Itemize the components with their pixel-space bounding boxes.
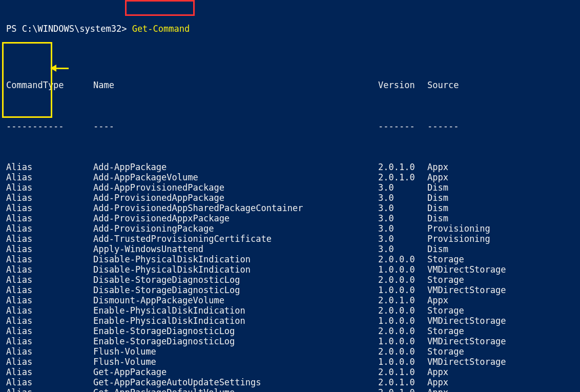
cell-commandtype: Alias [6, 264, 93, 275]
cell-name: Get-AppPackageAutoUpdateSettings [93, 377, 378, 387]
cell-commandtype: Alias [6, 377, 93, 387]
cell-commandtype: Alias [6, 387, 93, 392]
table-row: AliasDisable-PhysicalDiskIndication2.0.0… [6, 254, 506, 264]
cell-name: Get-AppPackage [93, 367, 378, 377]
cell-version: 1.0.0.0 [378, 316, 427, 326]
cell-version: 2.0.1.0 [378, 387, 427, 392]
cell-version: 1.0.0.0 [378, 357, 427, 367]
header-version: Version [378, 80, 427, 90]
table-header: CommandTypeNameVersionSource [6, 80, 506, 90]
cell-source: VMDirectStorage [427, 316, 506, 326]
table-row: AliasAdd-TrustedProvisioningCertificate3… [6, 234, 506, 244]
cell-source: VMDirectStorage [427, 264, 506, 275]
cell-version: 2.0.1.0 [378, 295, 427, 305]
cell-commandtype: Alias [6, 316, 93, 326]
table-row: AliasEnable-PhysicalDiskIndication1.0.0.… [6, 316, 506, 326]
cell-source: Dism [427, 244, 448, 254]
table-row: AliasFlush-Volume1.0.0.0VMDirectStorage [6, 357, 506, 367]
table-body: AliasAdd-AppPackage2.0.1.0AppxAliasAdd-A… [6, 162, 506, 392]
cell-commandtype: Alias [6, 305, 93, 316]
table-row: AliasFlush-Volume2.0.0.0Storage [6, 346, 506, 357]
cell-name: Disable-PhysicalDiskIndication [93, 264, 378, 275]
annotation-red-box [125, 0, 195, 16]
cell-version: 1.0.0.0 [378, 264, 427, 275]
table-separator: ---------------------------- [6, 121, 506, 131]
table-row: AliasEnable-StorageDiagnosticLog2.0.0.0S… [6, 326, 506, 336]
table-row: AliasGet-AppPackage2.0.1.0Appx [6, 367, 506, 377]
cell-name: Flush-Volume [93, 357, 378, 367]
cell-commandtype: Alias [6, 275, 93, 285]
cell-version: 2.0.0.0 [378, 275, 427, 285]
cell-source: Storage [427, 254, 464, 264]
table-row: AliasDismount-AppPackageVolume2.0.1.0App… [6, 295, 506, 305]
table-row: AliasEnable-PhysicalDiskIndication2.0.0.… [6, 305, 506, 316]
cell-commandtype: Alias [6, 162, 93, 172]
cell-source: VMDirectStorage [427, 357, 506, 367]
cell-version: 2.0.0.0 [378, 305, 427, 316]
annotation-yellow-box [2, 42, 52, 118]
table-row: AliasDisable-StorageDiagnosticLog1.0.0.0… [6, 285, 506, 295]
cell-version: 2.0.0.0 [378, 254, 427, 264]
cell-source: Dism [427, 193, 448, 203]
cell-version: 1.0.0.0 [378, 336, 427, 346]
cell-commandtype: Alias [6, 357, 93, 367]
cell-name: Enable-StorageDiagnosticLog [93, 326, 378, 336]
cell-name: Flush-Volume [93, 346, 378, 357]
cell-name: Add-ProvisionedAppPackage [93, 193, 378, 203]
cell-source: Appx [427, 367, 448, 377]
cell-source: Appx [427, 172, 448, 182]
table-row: AliasGet-AppPackageDefaultVolume2.0.1.0A… [6, 387, 506, 392]
cell-name: Add-ProvisionedAppSharedPackageContainer [93, 203, 378, 213]
cell-version: 3.0 [378, 193, 427, 203]
cell-commandtype: Alias [6, 234, 93, 244]
prompt-line: PS C:\WINDOWS\system32> Get-Command [6, 24, 506, 34]
cell-version: 2.0.1.0 [378, 377, 427, 387]
cell-commandtype: Alias [6, 213, 93, 223]
header-name: Name [93, 80, 378, 90]
cell-commandtype: Alias [6, 295, 93, 305]
arrow-shaft-icon [56, 68, 69, 69]
arrow-head-icon [50, 65, 56, 72]
cell-name: Add-ProvisioningPackage [93, 223, 378, 234]
table-row: AliasAdd-ProvisionedAppSharedPackageCont… [6, 203, 506, 213]
cell-version: 2.0.1.0 [378, 172, 427, 182]
cell-name: Add-TrustedProvisioningCertificate [93, 234, 378, 244]
cell-commandtype: Alias [6, 285, 93, 295]
cell-source: Storage [427, 346, 464, 357]
cell-source: VMDirectStorage [427, 285, 506, 295]
table-row: AliasAdd-AppPackage2.0.1.0Appx [6, 162, 506, 172]
cell-name: Enable-PhysicalDiskIndication [93, 316, 378, 326]
cell-name: Disable-PhysicalDiskIndication [93, 254, 378, 264]
table-row: AliasGet-AppPackageAutoUpdateSettings2.0… [6, 377, 506, 387]
cell-commandtype: Alias [6, 326, 93, 336]
prompt-command: Get-Command [132, 24, 190, 34]
table-row: AliasAdd-AppPackageVolume2.0.1.0Appx [6, 172, 506, 182]
cell-name: Add-AppPackage [93, 162, 378, 172]
cell-source: Provisioning [427, 234, 490, 244]
cell-source: Storage [427, 275, 464, 285]
cell-name: Disable-StorageDiagnosticLog [93, 275, 378, 285]
cell-version: 3.0 [378, 234, 427, 244]
cell-version: 2.0.0.0 [378, 326, 427, 336]
cell-version: 3.0 [378, 244, 427, 254]
table-row: AliasApply-WindowsUnattend3.0Dism [6, 244, 506, 254]
cell-source: Appx [427, 162, 448, 172]
table-row: AliasAdd-ProvisioningPackage3.0Provision… [6, 223, 506, 234]
cell-commandtype: Alias [6, 193, 93, 203]
cell-name: Get-AppPackageDefaultVolume [93, 387, 378, 392]
cell-source: Appx [427, 295, 448, 305]
cell-commandtype: Alias [6, 346, 93, 357]
cell-commandtype: Alias [6, 244, 93, 254]
cell-version: 3.0 [378, 213, 427, 223]
cell-commandtype: Alias [6, 254, 93, 264]
terminal-output[interactable]: PS C:\WINDOWS\system32> Get-Command Comm… [6, 3, 506, 392]
cell-source: Storage [427, 305, 464, 316]
cell-name: Add-AppPackageVolume [93, 172, 378, 182]
cell-version: 3.0 [378, 203, 427, 213]
table-row: AliasAdd-ProvisionedAppxPackage3.0Dism [6, 213, 506, 223]
cell-name: Dismount-AppPackageVolume [93, 295, 378, 305]
cell-source: Provisioning [427, 223, 490, 234]
cell-name: Apply-WindowsUnattend [93, 244, 378, 254]
cell-source: VMDirectStorage [427, 336, 506, 346]
cell-version: 3.0 [378, 182, 427, 193]
